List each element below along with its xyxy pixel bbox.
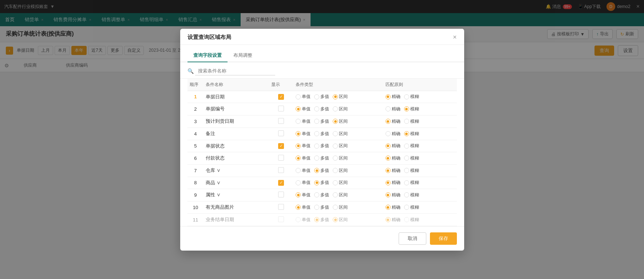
type-type_range-9[interactable]: 区间 xyxy=(333,192,348,198)
type-type_range-6[interactable]: 区间 xyxy=(333,155,348,161)
modal-overlay[interactable]: 设置查询区域布局 × 查询字段设置 布局调整 🔍 顺序 条件名称 xyxy=(0,0,644,279)
type-type_multiple-8[interactable]: 多值 xyxy=(314,180,329,186)
row-display-2[interactable] xyxy=(269,103,293,115)
row-display-3[interactable] xyxy=(269,115,293,127)
radio-match_fuzzy-4[interactable] xyxy=(404,131,409,136)
type-type_range-1[interactable]: 区间 xyxy=(333,94,348,100)
radio-type_multiple-7[interactable] xyxy=(314,168,319,173)
radio-match_fuzzy-6[interactable] xyxy=(404,156,409,161)
type-type_range-8[interactable]: 区间 xyxy=(333,180,348,186)
row-display-6[interactable] xyxy=(269,152,293,164)
radio-match_fuzzy-1[interactable] xyxy=(404,94,409,99)
display-checkbox-10[interactable] xyxy=(278,204,284,210)
display-checkbox-6[interactable] xyxy=(278,155,284,161)
radio-type_range-6[interactable] xyxy=(333,156,338,161)
type-type_range-3[interactable]: 区间 xyxy=(333,118,348,125)
match-match_exact-7[interactable]: 精确 xyxy=(386,168,400,174)
radio-type_multiple-3[interactable] xyxy=(314,119,319,124)
row-display-5[interactable] xyxy=(269,140,293,152)
cancel-button[interactable]: 取消 xyxy=(399,232,426,245)
radio-type_single-8[interactable] xyxy=(296,180,301,185)
match-match_exact-11[interactable]: 精确 xyxy=(386,217,400,223)
radio-type_range-11[interactable] xyxy=(333,217,338,222)
radio-type_range-10[interactable] xyxy=(333,205,338,210)
display-checkbox-5[interactable] xyxy=(278,143,284,149)
row-display-1[interactable] xyxy=(269,91,293,103)
radio-match_exact-3[interactable] xyxy=(386,119,391,124)
match-match_exact-6[interactable]: 精确 xyxy=(386,155,400,161)
type-type_multiple-3[interactable]: 多值 xyxy=(314,118,329,125)
type-type_multiple-10[interactable]: 多值 xyxy=(314,204,329,211)
type-type_multiple-4[interactable]: 多值 xyxy=(314,131,329,137)
match-match_fuzzy-6[interactable]: 模糊 xyxy=(404,155,419,161)
radio-type_single-1[interactable] xyxy=(296,94,301,99)
type-type_multiple-1[interactable]: 多值 xyxy=(314,94,329,100)
type-type_multiple-6[interactable]: 多值 xyxy=(314,155,329,161)
match-match_exact-1[interactable]: 精确 xyxy=(386,94,400,100)
type-type_single-7[interactable]: 单值 xyxy=(296,168,311,174)
radio-match_exact-5[interactable] xyxy=(386,144,391,149)
type-type_range-10[interactable]: 区间 xyxy=(333,204,348,211)
match-match_fuzzy-1[interactable]: 模糊 xyxy=(404,94,419,100)
radio-type_multiple-5[interactable] xyxy=(314,144,319,149)
radio-match_exact-4[interactable] xyxy=(386,131,391,136)
radio-match_exact-6[interactable] xyxy=(386,156,391,161)
type-type_single-4[interactable]: 单值 xyxy=(296,131,311,137)
radio-type_single-9[interactable] xyxy=(296,192,301,197)
match-match_fuzzy-7[interactable]: 模糊 xyxy=(404,168,419,174)
radio-match_exact-2[interactable] xyxy=(386,106,391,111)
radio-match_exact-7[interactable] xyxy=(386,168,391,173)
radio-match_exact-8[interactable] xyxy=(386,180,391,185)
display-checkbox-4[interactable] xyxy=(278,130,284,136)
radio-match_fuzzy-5[interactable] xyxy=(404,144,409,149)
row-display-7[interactable] xyxy=(269,164,293,177)
radio-type_single-11[interactable] xyxy=(296,217,301,222)
modal-close-button[interactable]: × xyxy=(453,34,457,40)
type-type_range-2[interactable]: 区间 xyxy=(333,106,348,112)
match-match_exact-4[interactable]: 精确 xyxy=(386,131,400,137)
radio-type_single-10[interactable] xyxy=(296,205,301,210)
radio-type_multiple-10[interactable] xyxy=(314,205,319,210)
radio-match_fuzzy-3[interactable] xyxy=(404,119,409,124)
radio-type_range-5[interactable] xyxy=(333,144,338,149)
radio-type_range-3[interactable] xyxy=(333,119,338,124)
display-checkbox-1[interactable] xyxy=(278,94,284,100)
radio-type_multiple-4[interactable] xyxy=(314,131,319,136)
type-type_single-6[interactable]: 单值 xyxy=(296,155,311,161)
radio-match_fuzzy-11[interactable] xyxy=(404,217,409,222)
radio-match_fuzzy-7[interactable] xyxy=(404,168,409,173)
display-checkbox-11[interactable] xyxy=(278,216,284,222)
type-type_multiple-9[interactable]: 多值 xyxy=(314,192,329,198)
row-display-8[interactable] xyxy=(269,177,293,189)
radio-type_range-9[interactable] xyxy=(333,192,338,197)
match-match_exact-9[interactable]: 精确 xyxy=(386,192,400,198)
match-match_fuzzy-11[interactable]: 模糊 xyxy=(404,217,419,223)
display-checkbox-8[interactable] xyxy=(278,180,284,186)
radio-type_multiple-1[interactable] xyxy=(314,94,319,99)
radio-match_fuzzy-9[interactable] xyxy=(404,192,409,197)
display-checkbox-3[interactable] xyxy=(278,118,284,124)
type-type_single-11[interactable]: 单值 xyxy=(296,217,311,223)
type-type_multiple-2[interactable]: 多值 xyxy=(314,106,329,112)
match-match_fuzzy-4[interactable]: 模糊 xyxy=(404,131,419,137)
type-type_single-9[interactable]: 单值 xyxy=(296,192,311,198)
radio-type_single-2[interactable] xyxy=(296,106,301,111)
type-type_range-11[interactable]: 区间 xyxy=(333,217,348,223)
radio-type_range-7[interactable] xyxy=(333,168,338,173)
match-match_fuzzy-10[interactable]: 模糊 xyxy=(404,204,419,211)
radio-match_exact-1[interactable] xyxy=(386,94,391,99)
type-type_single-10[interactable]: 单值 xyxy=(296,204,311,211)
radio-type_single-3[interactable] xyxy=(296,119,301,124)
save-button[interactable]: 保存 xyxy=(430,232,457,245)
modal-tab-fields[interactable]: 查询字段设置 xyxy=(187,49,228,62)
display-checkbox-9[interactable] xyxy=(278,192,284,197)
display-checkbox-7[interactable] xyxy=(278,167,284,173)
radio-type_range-8[interactable] xyxy=(333,180,338,185)
radio-type_range-1[interactable] xyxy=(333,94,338,99)
match-match_exact-8[interactable]: 精确 xyxy=(386,180,400,186)
search-input[interactable] xyxy=(195,67,275,75)
row-display-10[interactable] xyxy=(269,201,293,213)
radio-match_exact-10[interactable] xyxy=(386,205,391,210)
type-type_multiple-7[interactable]: 多值 xyxy=(314,168,329,174)
match-match_exact-10[interactable]: 精确 xyxy=(386,204,400,211)
